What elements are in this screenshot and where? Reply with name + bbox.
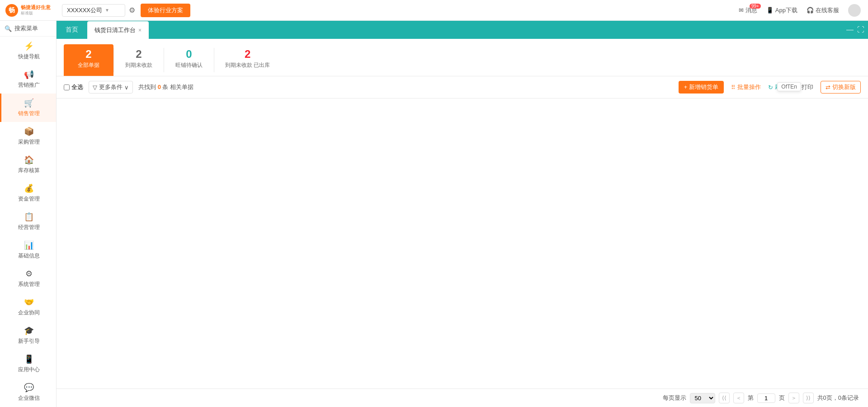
- page-size-select[interactable]: 50 20 100: [690, 393, 715, 403]
- sidebar-item-label: 库存核算: [18, 167, 40, 174]
- sidebar-item-guide[interactable]: 🎓 新手引导: [0, 321, 56, 350]
- page-last-button[interactable]: ⟩⟩: [803, 393, 814, 403]
- content-area: 首页 钱货日清工作台 × — ⛶ 2 全部单据 2 到期未收款: [57, 21, 868, 407]
- sidebar-item-purchase[interactable]: 📦 采购管理: [0, 122, 56, 150]
- stat-label-overdue-out: 到期未收款 已出库: [225, 61, 270, 69]
- sidebar-item-label: 经营管理: [18, 224, 40, 231]
- tab-home[interactable]: 首页: [57, 21, 87, 39]
- sidebar-item-system[interactable]: ⚙ 系统管理: [0, 264, 56, 293]
- stats-tabs: 2 全部单据 2 到期未收款 0 旺铺待确认 2 到期未收款 已出库: [57, 39, 868, 76]
- sidebar-item-quick-nav[interactable]: ⚡ 快捷导航: [0, 37, 56, 65]
- main-layout: 🔍 搜索菜单 ⚡ 快捷导航 📢 营销推广 🛒 销售管理 📦 采购管理 🏠 库存核…: [0, 21, 868, 407]
- switch-version-button[interactable]: ⇄ 切换新版: [821, 81, 861, 94]
- stat-tab-wangwang[interactable]: 0 旺铺待确认: [164, 44, 214, 76]
- checkbox-input[interactable]: [64, 84, 70, 90]
- select-all-checkbox[interactable]: 全选: [64, 83, 83, 91]
- page-prev-button[interactable]: ＜: [733, 393, 744, 403]
- stat-num-wangwang: 0: [186, 48, 192, 61]
- sidebar-item-enterprise[interactable]: 🤝 企业协同: [0, 293, 56, 321]
- chevron-down-icon: ▼: [105, 8, 109, 13]
- search-icon: 🔍: [5, 25, 12, 32]
- enterprise-icon: 🤝: [24, 297, 34, 307]
- sidebar-item-label: 快捷导航: [18, 53, 40, 61]
- sidebar-item-label: 营销推广: [18, 81, 40, 89]
- service-item[interactable]: 🎧 在线客服: [807, 6, 839, 14]
- service-label: 在线客服: [816, 6, 839, 14]
- sidebar-item-label: 销售管理: [18, 110, 40, 117]
- sidebar-item-app-center[interactable]: 📱 应用中心: [0, 350, 56, 378]
- tab-minimize-button[interactable]: —: [846, 26, 854, 34]
- app-download-item[interactable]: 📱 App下载: [766, 6, 797, 14]
- sidebar-item-finance[interactable]: 💰 资金管理: [0, 179, 56, 207]
- found-unit: 条: [162, 84, 168, 90]
- filter-label: 更多条件: [99, 83, 123, 91]
- total-label: 共0页，0条记录: [817, 394, 859, 402]
- found-count: 0: [158, 84, 161, 90]
- logo-badge: 标准版: [21, 10, 51, 16]
- batch-icon: ⠿: [731, 84, 736, 91]
- company-name: XXXXXX公司: [67, 6, 102, 14]
- stat-tab-overdue-out[interactable]: 2 到期未收款 已出库: [214, 44, 281, 76]
- sidebar-item-label: 资金管理: [18, 195, 40, 203]
- filter-button[interactable]: ▽ 更多条件 ∨: [89, 81, 133, 94]
- tab-active[interactable]: 钱货日清工作台 ×: [87, 21, 149, 39]
- sidebar: 🔍 搜索菜单 ⚡ 快捷导航 📢 营销推广 🛒 销售管理 📦 采购管理 🏠 库存核…: [0, 21, 57, 407]
- avatar: [848, 4, 861, 17]
- company-selector[interactable]: XXXXXX公司 ▼: [62, 4, 125, 17]
- page-input[interactable]: [757, 393, 775, 403]
- page-next-button[interactable]: ＞: [788, 393, 799, 403]
- sidebar-item-label: 企业协同: [18, 309, 40, 317]
- basic-icon: 📊: [24, 240, 34, 250]
- chevron-down-icon: ∨: [124, 84, 129, 91]
- quick-nav-icon: ⚡: [24, 41, 34, 51]
- tab-maximize-button[interactable]: ⛶: [857, 26, 864, 34]
- sidebar-item-operation[interactable]: 📋 经营管理: [0, 207, 56, 236]
- refresh-icon: ↻: [768, 84, 773, 91]
- table-area: [57, 98, 868, 388]
- stat-tab-overdue[interactable]: 2 到期未收款: [114, 44, 164, 76]
- pagination-bar: 每页显示 50 20 100 ⟨⟨ ＜ 第 页 ＞ ⟩⟩ 共0页，0条记录: [57, 388, 868, 407]
- message-icon: ✉: [739, 7, 744, 14]
- select-all-label: 全选: [71, 83, 83, 91]
- batch-button[interactable]: ⠿ 批量操作: [731, 83, 761, 91]
- trial-button[interactable]: 体验行业方案: [141, 4, 190, 17]
- search-menu[interactable]: 🔍 搜索菜单: [0, 21, 56, 37]
- top-header: 畅 畅捷通好生意 标准版 XXXXXX公司 ▼ ⚙ 体验行业方案 ✉ 消息 99…: [0, 0, 868, 21]
- switch-icon: ⇄: [826, 84, 830, 91]
- stat-num-overdue-out: 2: [245, 48, 250, 61]
- logo-icon: 畅: [5, 4, 18, 17]
- settings-icon[interactable]: ⚙: [129, 6, 135, 14]
- toolbar-right: + 新增销货单 ⠿ 批量操作 ↻ 刷新 🖨 打印 ⇄: [679, 81, 861, 94]
- page-first-button[interactable]: ⟨⟨: [719, 393, 730, 403]
- stat-label-all: 全部单据: [78, 61, 99, 69]
- operation-icon: 📋: [24, 212, 34, 222]
- message-item[interactable]: ✉ 消息 99+: [739, 6, 757, 14]
- search-menu-label: 搜索菜单: [14, 24, 38, 33]
- sidebar-item-label: 新手引导: [18, 337, 40, 345]
- stat-num-all: 2: [85, 48, 91, 61]
- sidebar-item-basic[interactable]: 📊 基础信息: [0, 236, 56, 264]
- sidebar-item-label: 系统管理: [18, 281, 40, 288]
- header-right: ✉ 消息 99+ 📱 App下载 🎧 在线客服: [739, 4, 863, 17]
- guide-icon: 🎓: [24, 326, 34, 336]
- tab-bar-actions: — ⛶: [846, 26, 868, 34]
- stat-tab-all[interactable]: 2 全部单据: [64, 44, 113, 76]
- message-badge: 99+: [750, 4, 761, 9]
- app-center-icon: 📱: [24, 354, 34, 364]
- empty-area: [57, 98, 868, 388]
- stat-num-overdue: 2: [136, 48, 142, 61]
- sidebar-item-wechat[interactable]: 💬 企业微信: [0, 378, 56, 407]
- sidebar-item-sales[interactable]: 🛒 销售管理: [0, 94, 56, 122]
- new-sales-button[interactable]: + 新增销货单: [679, 81, 724, 94]
- system-icon: ⚙: [25, 269, 33, 279]
- page-unit: 页: [779, 394, 785, 402]
- avatar-area[interactable]: [848, 4, 863, 17]
- found-text: 共找到 0 条 相关单据: [138, 83, 193, 91]
- sidebar-item-label: 采购管理: [18, 138, 40, 146]
- page-content: 2 全部单据 2 到期未收款 0 旺铺待确认 2 到期未收款 已出库: [57, 39, 868, 407]
- sidebar-item-marketing[interactable]: 📢 营销推广: [0, 65, 56, 94]
- tab-close-icon[interactable]: ×: [138, 27, 142, 33]
- per-page-label: 每页显示: [663, 394, 686, 402]
- tab-bar: 首页 钱货日清工作台 × — ⛶: [57, 21, 868, 39]
- sidebar-item-inventory[interactable]: 🏠 库存核算: [0, 150, 56, 179]
